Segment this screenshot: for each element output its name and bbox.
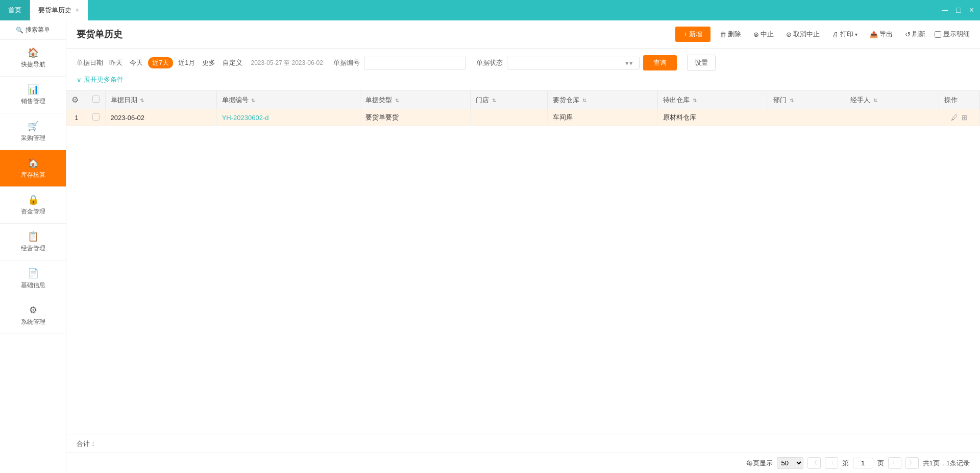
th-handler-label: 经手人: [850, 96, 870, 104]
row-pending-wh-0: 原材料仓库: [658, 109, 768, 126]
sort-type-icon: ⇅: [395, 98, 399, 103]
window-close-btn[interactable]: ×: [969, 6, 974, 15]
sidebar-item-operations[interactable]: 📋 经营管理: [0, 224, 66, 261]
first-page-btn[interactable]: 《: [807, 457, 821, 469]
print-button[interactable]: 🖨 打印 ▾: [829, 28, 861, 41]
sidebar-item-finance[interactable]: 🔒 资金管理: [0, 187, 66, 224]
row-no-0[interactable]: YH-20230602-d: [216, 109, 360, 126]
sidebar-item-purchase[interactable]: 🛒 采购管理: [0, 113, 66, 150]
date-btn-7days[interactable]: 近7天: [148, 57, 173, 68]
sidebar-search-label: 搜索菜单: [26, 26, 50, 34]
prev-page-btn[interactable]: 〈: [825, 457, 838, 469]
row-checkbox-0[interactable]: [87, 109, 105, 126]
content-area: 要货单历史 + 新增 🗑 删除 ⊗ 中止 ⊘ 取消中止 🖨 打印: [66, 20, 980, 473]
per-page-select[interactable]: 50 100 200: [777, 457, 803, 469]
refresh-button[interactable]: ↺ 刷新: [902, 28, 928, 41]
th-no-label: 单据编号: [222, 96, 249, 104]
th-pending-wh[interactable]: 待出仓库 ⇅: [658, 91, 768, 109]
main-layout: 🔍 搜索菜单 🏠 快捷导航 📊 销售管理 🛒 采购管理 🏠 库存核算 🔒 资金管…: [0, 20, 980, 473]
search-icon: 🔍: [16, 27, 23, 34]
delete-label: 删除: [728, 30, 741, 39]
sidebar-search[interactable]: 🔍 搜索菜单: [0, 20, 66, 40]
date-btn-custom[interactable]: 自定义: [220, 57, 244, 68]
window-max-btn[interactable]: □: [956, 6, 961, 15]
date-range-display: 2023-05-27 至 2023-06-02: [251, 59, 323, 67]
row-date-0: 2023-06-02: [105, 109, 216, 126]
row-req-wh-0: 车间库: [548, 109, 658, 126]
window-min-btn[interactable]: ─: [942, 6, 948, 15]
th-settings[interactable]: ⚙: [66, 91, 87, 109]
th-store[interactable]: 门店 ⇅: [470, 91, 547, 109]
table-header: ⚙ 单据日期 ⇅ 单据编号 ⇅: [66, 91, 980, 109]
status-filter-item: 单据状态 ▾: [476, 57, 633, 69]
row-num-0: 1: [66, 109, 87, 126]
th-dept[interactable]: 部门 ⇅: [768, 91, 845, 109]
page-title: 要货单历史: [77, 28, 122, 40]
tab-history[interactable]: 要货单历史 ×: [30, 0, 88, 20]
date-btn-more[interactable]: 更多: [200, 57, 217, 68]
row-ops-0: 🖊 ⊞: [939, 109, 980, 126]
date-btn-yesterday[interactable]: 昨天: [107, 57, 125, 68]
stop-button[interactable]: ⊗ 中止: [750, 28, 777, 41]
tab-close-icon[interactable]: ×: [76, 7, 79, 14]
sidebar-item-base-label: 基础信息: [21, 281, 45, 290]
print-label: 打印: [840, 30, 853, 39]
table-footer: 合计：: [66, 435, 980, 453]
table-header-row: ⚙ 单据日期 ⇅ 单据编号 ⇅: [66, 91, 980, 109]
th-pending-wh-label: 待出仓库: [663, 96, 690, 104]
base-icon: 📄: [28, 268, 39, 279]
delete-icon: 🗑: [720, 31, 726, 38]
settings-button[interactable]: 设置: [687, 55, 716, 71]
print-icon: 🖨: [832, 31, 839, 38]
tab-home-label: 首页: [8, 6, 21, 15]
inventory-icon: 🏠: [28, 157, 39, 169]
select-all-checkbox[interactable]: [92, 96, 100, 103]
th-req-wh-label: 要货仓库: [553, 96, 579, 104]
row-dept-0: [768, 109, 845, 126]
delete-button[interactable]: 🗑 删除: [717, 28, 744, 41]
new-button[interactable]: + 新增: [675, 27, 710, 42]
sidebar-item-quick-nav[interactable]: 🏠 快捷导航: [0, 40, 66, 77]
sidebar-item-sales[interactable]: 📊 销售管理: [0, 77, 66, 113]
date-btn-1month[interactable]: 近1月: [176, 57, 197, 68]
quick-nav-icon: 🏠: [28, 47, 39, 58]
settings-col-icon[interactable]: ⚙: [71, 96, 79, 104]
row-store-0: [470, 109, 547, 126]
display-detail-toggle[interactable]: 显示明细: [935, 30, 970, 39]
th-req-wh[interactable]: 要货仓库 ⇅: [548, 91, 658, 109]
doc-no-label: 单据编号: [333, 58, 360, 67]
expand-more-btn[interactable]: ∨ 展开更多条件: [77, 75, 970, 84]
sidebar-item-base[interactable]: 📄 基础信息: [0, 261, 66, 297]
export-label: 导出: [879, 30, 893, 39]
status-input[interactable]: [507, 57, 640, 69]
data-table: ⚙ 单据日期 ⇅ 单据编号 ⇅: [66, 91, 980, 126]
sort-store-icon: ⇅: [492, 98, 496, 103]
page-input[interactable]: [853, 458, 873, 468]
sort-dept-icon: ⇅: [790, 98, 794, 103]
date-filter-btns: 昨天 今天 近7天 近1月 更多 自定义: [107, 57, 244, 68]
last-page-btn[interactable]: 》: [905, 457, 919, 469]
next-page-btn[interactable]: 〉: [888, 457, 901, 469]
sidebar-item-inventory[interactable]: 🏠 库存核算: [0, 150, 66, 187]
display-detail-checkbox[interactable]: [935, 31, 941, 38]
query-button[interactable]: 查询: [643, 55, 677, 70]
th-type-label: 单据类型: [365, 96, 392, 104]
sidebar-item-quick-nav-label: 快捷导航: [21, 60, 45, 69]
doc-no-input[interactable]: [364, 57, 466, 69]
th-handler[interactable]: 经手人 ⇅: [845, 91, 939, 109]
row-edit-icon-0[interactable]: 🖊: [951, 113, 958, 122]
system-icon: ⚙: [29, 304, 37, 316]
summary-label: 合计：: [77, 439, 96, 448]
th-store-label: 门店: [476, 96, 489, 104]
th-date[interactable]: 单据日期 ⇅: [105, 91, 216, 109]
th-checkbox[interactable]: [87, 91, 105, 109]
sidebar-item-system[interactable]: ⚙ 系统管理: [0, 297, 66, 334]
th-type[interactable]: 单据类型 ⇅: [360, 91, 470, 109]
sidebar: 🔍 搜索菜单 🏠 快捷导航 📊 销售管理 🛒 采购管理 🏠 库存核算 🔒 资金管…: [0, 20, 66, 473]
cancel-stop-button[interactable]: ⊘ 取消中止: [783, 28, 823, 41]
tab-home[interactable]: 首页: [0, 0, 30, 20]
row-more-icon-0[interactable]: ⊞: [962, 113, 968, 122]
th-no[interactable]: 单据编号 ⇅: [216, 91, 360, 109]
date-btn-today[interactable]: 今天: [128, 57, 145, 68]
export-button[interactable]: 📤 导出: [867, 28, 896, 41]
